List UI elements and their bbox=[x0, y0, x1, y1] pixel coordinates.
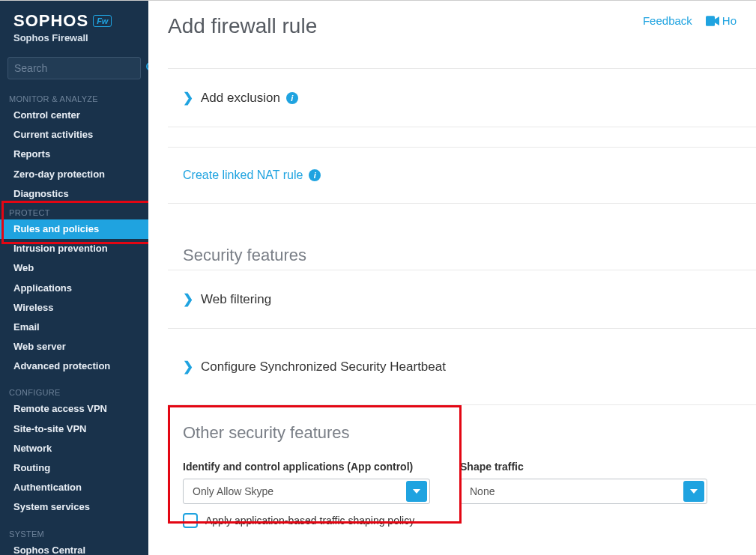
sidebar-item-intrusion-prevention[interactable]: Intrusion prevention bbox=[0, 239, 148, 258]
sidebar-item-web-server[interactable]: Web server bbox=[0, 337, 148, 357]
sidebar-item-system-services[interactable]: System services bbox=[0, 497, 148, 517]
app-shaping-checkbox[interactable] bbox=[183, 513, 198, 528]
search-box[interactable] bbox=[7, 57, 141, 79]
security-features-title: Security features bbox=[168, 223, 756, 270]
web-filtering-row[interactable]: ❯ Web filtering bbox=[183, 291, 741, 307]
sidebar-item-applications[interactable]: Applications bbox=[0, 279, 148, 298]
brand-name: SOPHOS bbox=[13, 11, 88, 31]
sidebar-item-current-activities[interactable]: Current activities bbox=[0, 125, 148, 145]
search-input[interactable] bbox=[14, 62, 145, 74]
sidebar-item-email[interactable]: Email bbox=[0, 318, 148, 337]
sidebar-item-web[interactable]: Web bbox=[0, 258, 148, 278]
sidebar-item-diagnostics[interactable]: Diagnostics bbox=[0, 184, 148, 204]
chevron-right-icon: ❯ bbox=[183, 291, 193, 307]
dropdown-icon[interactable] bbox=[683, 481, 704, 502]
nav-header-system: SYSTEM bbox=[0, 525, 148, 541]
sidebar-item-reports[interactable]: Reports bbox=[0, 145, 148, 164]
app-control-select[interactable]: Only Allow Skype bbox=[183, 479, 430, 504]
brand-subtitle: Sophos Firewall bbox=[13, 32, 135, 43]
brand-badge: Fw bbox=[93, 15, 112, 27]
app-control-label: Identify and control applications (App c… bbox=[183, 461, 430, 473]
nav: MONITOR & ANALYZE Control center Current… bbox=[0, 85, 148, 555]
shape-traffic-select[interactable]: None bbox=[460, 479, 707, 504]
sidebar-item-authentication[interactable]: Authentication bbox=[0, 478, 148, 497]
nav-header-monitor: MONITOR & ANALYZE bbox=[0, 90, 148, 106]
video-icon bbox=[706, 16, 719, 26]
sidebar-item-zero-day[interactable]: Zero-day protection bbox=[0, 165, 148, 184]
app-control-value: Only Allow Skype bbox=[184, 485, 404, 497]
sidebar-item-network[interactable]: Network bbox=[0, 439, 148, 458]
sidebar-item-wireless[interactable]: Wireless bbox=[0, 298, 148, 318]
sidebar-item-advanced-protection[interactable]: Advanced protection bbox=[0, 357, 148, 376]
nav-header-protect: PROTECT bbox=[0, 204, 148, 219]
chevron-right-icon: ❯ bbox=[183, 359, 193, 374]
nav-header-configure: CONFIGURE bbox=[0, 383, 148, 399]
page-title: Add firewall rule bbox=[168, 14, 317, 38]
help-label: Ho bbox=[722, 14, 737, 27]
app-shaping-label: Apply application-based traffic shaping … bbox=[205, 515, 414, 527]
brand-block: SOPHOS Fw Sophos Firewall bbox=[0, 1, 148, 51]
feedback-link[interactable]: Feedback bbox=[643, 14, 692, 27]
sidebar-item-site-vpn[interactable]: Site-to-site VPN bbox=[0, 419, 148, 439]
add-exclusion-label: Add exclusion bbox=[201, 91, 280, 106]
create-linked-nat-row[interactable]: Create linked NAT rule i bbox=[183, 169, 741, 182]
heartbeat-row[interactable]: ❯ Configure Synchronized Security Heartb… bbox=[183, 359, 741, 374]
add-exclusion-row[interactable]: ❯ Add exclusion i bbox=[183, 90, 741, 106]
sidebar-item-control-center[interactable]: Control center bbox=[0, 106, 148, 125]
sidebar-item-routing[interactable]: Routing bbox=[0, 458, 148, 478]
info-icon[interactable]: i bbox=[286, 92, 298, 104]
help-link[interactable]: Ho bbox=[706, 14, 737, 27]
svg-rect-2 bbox=[706, 16, 715, 26]
dropdown-icon[interactable] bbox=[406, 481, 427, 502]
other-security-title: Other security features bbox=[183, 423, 741, 443]
sidebar-item-rules-policies[interactable]: Rules and policies bbox=[0, 219, 148, 239]
web-filtering-label: Web filtering bbox=[201, 292, 271, 307]
sidebar-item-remote-vpn[interactable]: Remote access VPN bbox=[0, 399, 148, 419]
sidebar: SOPHOS Fw Sophos Firewall MONITOR & ANAL… bbox=[0, 1, 148, 555]
chevron-right-icon: ❯ bbox=[183, 90, 193, 106]
heartbeat-label: Configure Synchronized Security Heartbea… bbox=[201, 360, 446, 374]
main-content: Add firewall rule Feedback Ho ❯ Add excl… bbox=[148, 1, 756, 555]
create-linked-nat-label: Create linked NAT rule bbox=[183, 169, 303, 182]
sidebar-item-sophos-central[interactable]: Sophos Central bbox=[0, 541, 148, 555]
shape-traffic-label: Shape traffic bbox=[460, 461, 707, 473]
info-icon[interactable]: i bbox=[309, 169, 321, 181]
shape-traffic-value: None bbox=[461, 485, 681, 497]
